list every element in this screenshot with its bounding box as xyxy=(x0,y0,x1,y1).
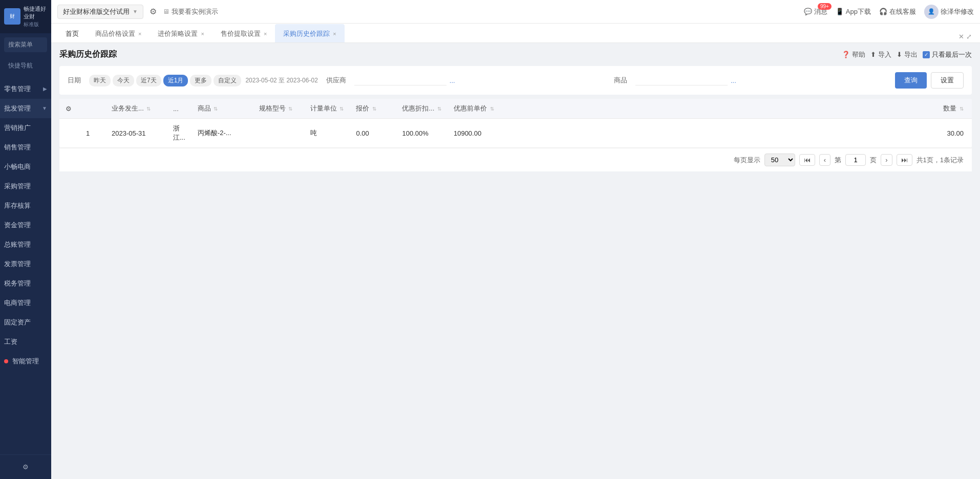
sidebar-item-inventory[interactable]: 库存核算 xyxy=(0,196,51,215)
date-btn-more[interactable]: 更多 xyxy=(190,75,211,86)
per-page-select[interactable]: 50 100 200 xyxy=(764,154,795,166)
th-discount[interactable]: 优惠折扣... ⇅ xyxy=(396,99,447,119)
supplier-input[interactable] xyxy=(354,75,446,85)
tab-home[interactable]: 首页 xyxy=(57,24,87,42)
sort-icon-unit[interactable]: ⇅ xyxy=(339,106,344,112)
th-more[interactable]: ... xyxy=(167,99,191,119)
sidebar-item-wholesale[interactable]: 批发管理 ▼ xyxy=(0,99,51,118)
next-page-btn[interactable]: › xyxy=(881,154,892,166)
sidebar-logo: 财 畅捷通好业财 标准版 xyxy=(0,0,51,33)
pagination: 每页显示 50 100 200 ⏮ ‹ 第 页 › ⏭ 共1页，1条记录 xyxy=(59,148,972,171)
th-settings[interactable]: ⚙ xyxy=(59,99,80,119)
settings-filter-button[interactable]: 设置 xyxy=(931,72,964,89)
sort-icon-price[interactable]: ⇅ xyxy=(372,106,376,112)
topbar-settings-icon[interactable]: ⚙ xyxy=(150,7,157,16)
user-menu[interactable]: 👤 徐泽华修改 xyxy=(924,5,974,19)
sort-icon-discount[interactable]: ⇅ xyxy=(437,106,441,112)
th-price[interactable]: 报价 ⇅ xyxy=(350,99,396,119)
notification-dot xyxy=(4,359,8,363)
sidebar-item-general-ledger[interactable]: 总账管理 xyxy=(0,235,51,254)
messages-button[interactable]: 💬 消息 99+ xyxy=(804,7,827,16)
monitor-icon: 🖥 xyxy=(163,8,169,15)
close-tab-commodity-price[interactable]: × xyxy=(138,31,141,37)
sidebar-item-marketing[interactable]: 营销推广 xyxy=(0,118,51,138)
th-unit[interactable]: 计量单位 ⇅ xyxy=(304,99,350,119)
close-tab-purchase-history[interactable]: × xyxy=(333,31,336,37)
page-actions: ❓ 帮助 ⬆ 导入 ⬇ 导出 ✓ 只看最后一次 xyxy=(842,50,972,59)
sidebar-item-purchase[interactable]: 采购管理 xyxy=(0,177,51,196)
th-before-price[interactable]: 优惠前单价 ⇅ xyxy=(448,99,504,119)
th-spec[interactable]: 规格型号 ⇅ xyxy=(253,99,304,119)
app-download-button[interactable]: 📱 App下载 xyxy=(836,7,871,16)
avatar: 👤 xyxy=(924,5,939,19)
chevron-down-icon: ▼ xyxy=(133,9,138,14)
import-button[interactable]: ⬆ 导入 xyxy=(870,50,891,59)
sort-icon-quantity[interactable]: ⇅ xyxy=(960,106,964,112)
product-input-wrap: ... xyxy=(635,75,887,85)
only-latest-checkbox[interactable]: ✓ 只看最后一次 xyxy=(923,50,972,59)
date-btn-custom[interactable]: 自定义 xyxy=(214,75,241,86)
sidebar-item-smart-mgmt[interactable]: 智能管理 xyxy=(0,352,51,371)
td-settings xyxy=(59,119,80,148)
sort-icon-product[interactable]: ⇅ xyxy=(214,106,218,112)
version-selector-text: 好业财标准版交付试用 xyxy=(63,7,130,16)
prev-page-btn[interactable]: ‹ xyxy=(819,154,830,166)
tab-commodity-price[interactable]: 商品价格设置 × xyxy=(87,24,150,42)
online-service-button[interactable]: 🎧 在线客服 xyxy=(879,7,916,16)
total-info: 共1页，1条记录 xyxy=(917,156,964,165)
product-more-btn[interactable]: ... xyxy=(731,77,736,84)
sidebar-item-retail[interactable]: 零售管理 ▶ xyxy=(0,79,51,99)
supplier-filter-label: 供应商 xyxy=(326,76,346,85)
tab-purchase-strategy[interactable]: 进价策略设置 × xyxy=(150,24,212,42)
th-product[interactable]: 商品 ⇅ xyxy=(191,99,253,119)
page-number-input[interactable] xyxy=(845,154,866,166)
sidebar: 财 畅捷通好业财 标准版 搜索菜单 快捷导航 零售管理 ▶ 批发管理 ▼ 营销推… xyxy=(0,0,51,479)
date-btn-7days[interactable]: 近7天 xyxy=(136,75,161,86)
main-area: 好业财标准版交付试用 ▼ ⚙ 🖥 我要看实例演示 💬 消息 99+ 📱 App下… xyxy=(51,0,980,479)
search-menu-button[interactable]: 搜索菜单 xyxy=(4,37,47,52)
table-wrap: ⚙ 业务发生... ⇅ ... 商品 ⇅ xyxy=(59,99,972,148)
sidebar-bottom: ⚙ xyxy=(0,454,51,479)
close-tab-purchase-strategy[interactable]: × xyxy=(201,31,204,37)
quick-nav-item[interactable]: 快捷导航 xyxy=(4,58,47,73)
product-input[interactable] xyxy=(635,75,728,85)
export-button[interactable]: ⬇ 导出 xyxy=(897,50,918,59)
td-before-price: 10900.00 xyxy=(448,119,504,148)
sidebar-item-ecommerce-small[interactable]: 小畅电商 xyxy=(0,157,51,177)
last-page-btn[interactable]: ⏭ xyxy=(897,154,912,166)
td-num: 1 xyxy=(80,119,105,148)
query-button[interactable]: 查询 xyxy=(895,72,927,89)
search-menu-section: 搜索菜单 xyxy=(0,33,51,56)
sort-icon-spec[interactable]: ⇅ xyxy=(288,106,292,112)
sidebar-item-tax[interactable]: 税务管理 xyxy=(0,274,51,293)
sidebar-item-sales[interactable]: 销售管理 xyxy=(0,138,51,157)
sort-icon-date[interactable]: ⇅ xyxy=(146,106,151,112)
close-tab-sale-price[interactable]: × xyxy=(264,31,267,37)
logo-icon: 财 xyxy=(4,8,20,25)
td-product: 丙烯酸-2-... xyxy=(191,119,253,148)
date-btn-today[interactable]: 今天 xyxy=(113,75,134,86)
sidebar-item-ecommerce[interactable]: 电商管理 xyxy=(0,293,51,313)
sort-icon-before-price[interactable]: ⇅ xyxy=(490,106,494,112)
version-selector[interactable]: 好业财标准版交付试用 ▼ xyxy=(57,5,143,19)
demo-link[interactable]: 🖥 我要看实例演示 xyxy=(163,7,218,16)
import-icon: ⬆ xyxy=(870,51,876,58)
date-btn-1month[interactable]: 近1月 xyxy=(163,75,188,86)
date-btn-yesterday[interactable]: 昨天 xyxy=(89,75,111,86)
sidebar-item-invoice[interactable]: 发票管理 xyxy=(0,254,51,274)
sidebar-item-finance[interactable]: 资金管理 xyxy=(0,215,51,235)
filter-actions: 查询 设置 xyxy=(895,72,964,89)
supplier-more-btn[interactable]: ... xyxy=(450,77,455,84)
help-button[interactable]: ❓ 帮助 xyxy=(842,50,865,59)
settings-button[interactable]: ⚙ xyxy=(4,459,47,475)
tab-purchase-history[interactable]: 采购历史价跟踪 × xyxy=(275,24,344,42)
filter-bar: 日期 昨天 今天 近7天 近1月 更多 自定义 2023-05-02 至 202… xyxy=(59,66,972,95)
sidebar-item-salary[interactable]: 工资 xyxy=(0,332,51,352)
th-date[interactable]: 业务发生... ⇅ xyxy=(105,99,167,119)
th-quantity[interactable]: 数量 ⇅ xyxy=(504,99,972,119)
tab-sale-price[interactable]: 售价提取设置 × xyxy=(212,24,275,42)
supplier-input-wrap: ... xyxy=(354,75,606,85)
first-page-btn[interactable]: ⏮ xyxy=(799,154,815,166)
tab-panel-close[interactable]: ✕ ⤢ xyxy=(956,31,974,42)
sidebar-item-fixed-assets[interactable]: 固定资产 xyxy=(0,313,51,332)
